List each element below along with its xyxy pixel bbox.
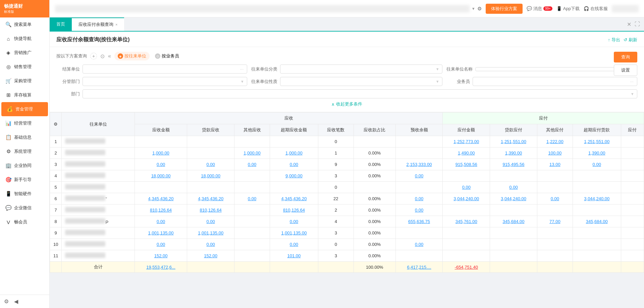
table-cell[interactable] bbox=[573, 227, 621, 239]
total-ar-amount[interactable]: 19,553,472,6... bbox=[135, 262, 187, 273]
trial-btn[interactable]: 体验行业方案 bbox=[486, 4, 523, 14]
table-cell[interactable]: 4,345,436.20 bbox=[135, 193, 187, 205]
table-cell[interactable] bbox=[490, 250, 537, 262]
table-cell[interactable] bbox=[443, 227, 490, 239]
table-cell[interactable]: 0.00 bbox=[234, 159, 270, 170]
export-btn[interactable]: ↑ 导出 bbox=[608, 37, 621, 43]
table-cell[interactable]: 345,684.00 bbox=[573, 216, 621, 227]
table-cell[interactable]: 0.00 bbox=[135, 239, 187, 250]
scheme-by-unit[interactable]: ◈ 按往来单位 bbox=[114, 52, 150, 60]
sidebar-item-basic-info[interactable]: 📋 基础信息 bbox=[0, 130, 49, 144]
table-cell[interactable]: 1,001,135.00 bbox=[270, 227, 318, 239]
setting-btn[interactable]: 设置 bbox=[614, 64, 637, 76]
sidebar-item-search-menu[interactable]: 🔍 搜索菜单 bbox=[0, 17, 49, 32]
filter-dept2-input[interactable]: ▾ bbox=[83, 89, 637, 98]
table-cell[interactable]: 0.00 bbox=[395, 193, 443, 205]
table-cell[interactable] bbox=[573, 205, 621, 216]
table-cell[interactable]: 655,636.75 bbox=[395, 216, 443, 227]
table-cell[interactable] bbox=[187, 147, 234, 159]
table-cell[interactable] bbox=[537, 239, 573, 250]
sidebar-item-system[interactable]: ⚙ 系统管理 bbox=[0, 144, 49, 159]
table-cell[interactable] bbox=[537, 227, 573, 239]
table-cell[interactable] bbox=[443, 170, 490, 182]
window-close-icon[interactable]: ✕ bbox=[627, 21, 631, 28]
sidebar-item-inventory[interactable]: ⊞ 库存核算 bbox=[0, 88, 49, 102]
filter-nature-input[interactable]: ▾ bbox=[280, 77, 442, 86]
table-cell[interactable] bbox=[395, 227, 443, 239]
table-cell[interactable]: 810,126.64 bbox=[187, 205, 234, 216]
sidebar-item-operations[interactable]: 📊 经营管理 bbox=[0, 116, 49, 130]
filter-add-btn[interactable]: + bbox=[90, 53, 97, 59]
tab-home[interactable]: 首页 bbox=[50, 17, 72, 31]
table-cell[interactable]: 4,345,436.20 bbox=[270, 193, 318, 205]
filter-dept-input[interactable]: ▾ bbox=[83, 77, 247, 86]
sidebar-item-member[interactable]: V 畅会员 bbox=[0, 215, 49, 229]
table-cell[interactable] bbox=[135, 136, 187, 147]
app-download-btn[interactable]: 📱 App下载 bbox=[556, 6, 580, 12]
table-cell[interactable]: 1,251,551.00 bbox=[573, 136, 621, 147]
table-cell[interactable]: 0.00 bbox=[187, 239, 234, 250]
table-cell[interactable] bbox=[270, 182, 318, 193]
table-cell[interactable] bbox=[573, 170, 621, 182]
filter-salesperson-input[interactable]: ··· bbox=[473, 77, 637, 86]
table-cell[interactable]: 1,000.00 bbox=[270, 147, 318, 159]
sidebar-item-smart-hw[interactable]: 📱 智能硬件 bbox=[0, 187, 49, 201]
table-cell[interactable]: 0.00 bbox=[187, 216, 234, 227]
total-ar-prepaid[interactable]: 6,417,215.... bbox=[395, 262, 443, 273]
table-cell[interactable]: 0.00 bbox=[234, 193, 270, 205]
table-cell[interactable]: 0.00 bbox=[490, 182, 537, 193]
table-cell[interactable]: 0.00 bbox=[270, 159, 318, 170]
table-cell[interactable]: 810,126.64 bbox=[270, 205, 318, 216]
online-service-btn[interactable]: 🎧 在线客服 bbox=[584, 6, 608, 12]
sidebar-item-finance[interactable]: 💰 资金管理 bbox=[1, 102, 48, 116]
filter-name-input[interactable] bbox=[475, 67, 637, 71]
table-cell[interactable] bbox=[537, 205, 573, 216]
table-cell[interactable]: 77.00 bbox=[537, 216, 573, 227]
table-cell[interactable]: 1,252,773.00 bbox=[443, 136, 490, 147]
filter-settlement-input[interactable]: ··· bbox=[83, 64, 247, 74]
table-cell[interactable]: 2,153,333.00 bbox=[395, 159, 443, 170]
table-cell[interactable]: 1,001,135.00 bbox=[135, 227, 187, 239]
notification-btn[interactable]: 💬 消息 99+ bbox=[527, 6, 552, 12]
filter-collapse-left[interactable]: « bbox=[108, 53, 111, 59]
table-cell[interactable]: 100.00 bbox=[537, 147, 573, 159]
table-cell[interactable]: 0.00 bbox=[443, 182, 490, 193]
settings-icon[interactable]: ⚙ bbox=[4, 298, 9, 305]
table-cell[interactable]: 915,495.56 bbox=[490, 159, 537, 170]
table-cell[interactable] bbox=[187, 182, 234, 193]
table-cell[interactable] bbox=[537, 250, 573, 262]
table-cell[interactable]: 0.00 bbox=[573, 159, 621, 170]
table-cell[interactable]: 3,044,240.00 bbox=[573, 193, 621, 205]
table-cell[interactable] bbox=[187, 136, 234, 147]
table-cell[interactable]: 1,390.00 bbox=[490, 147, 537, 159]
table-cell[interactable] bbox=[234, 239, 270, 250]
table-cell[interactable]: 1,001,135.00 bbox=[187, 227, 234, 239]
sidebar-item-quick-nav[interactable]: ⌂ 快捷导航 bbox=[0, 32, 49, 46]
table-cell[interactable]: 0.00 bbox=[537, 193, 573, 205]
table-cell[interactable]: 1,390.00 bbox=[573, 147, 621, 159]
table-cell[interactable]: 915,508.56 bbox=[443, 159, 490, 170]
table-cell[interactable]: 0.00 bbox=[135, 159, 187, 170]
scheme-by-employee[interactable]: ⊙ 按业务员 bbox=[152, 52, 182, 60]
table-cell[interactable]: 0.00 bbox=[395, 239, 443, 250]
settings-icon[interactable]: ⚙ bbox=[477, 6, 482, 12]
table-cell[interactable] bbox=[395, 147, 443, 159]
table-cell[interactable] bbox=[443, 239, 490, 250]
table-cell[interactable] bbox=[234, 136, 270, 147]
table-cell[interactable]: 1,222.00 bbox=[537, 136, 573, 147]
table-cell[interactable] bbox=[395, 250, 443, 262]
collapse-icon[interactable]: ◀ bbox=[14, 298, 18, 305]
table-cell[interactable] bbox=[234, 250, 270, 262]
table-cell[interactable] bbox=[234, 216, 270, 227]
sidebar-item-enterprise[interactable]: 🏢 企业协同 bbox=[0, 159, 49, 173]
table-cell[interactable]: 9,000.00 bbox=[270, 170, 318, 182]
table-cell[interactable] bbox=[490, 227, 537, 239]
sidebar-item-wechat[interactable]: 💬 企业微信 bbox=[0, 201, 49, 215]
dropdown-icon[interactable]: ▾ bbox=[472, 6, 475, 11]
sidebar-item-sales[interactable]: ◎ 销售管理 bbox=[0, 60, 49, 74]
table-cell[interactable] bbox=[537, 182, 573, 193]
table-cell[interactable]: 1,000.00 bbox=[234, 147, 270, 159]
table-cell[interactable]: 101.00 bbox=[270, 250, 318, 262]
sidebar-item-guide[interactable]: 🎯 新手引导 bbox=[0, 173, 49, 187]
table-cell[interactable] bbox=[395, 182, 443, 193]
